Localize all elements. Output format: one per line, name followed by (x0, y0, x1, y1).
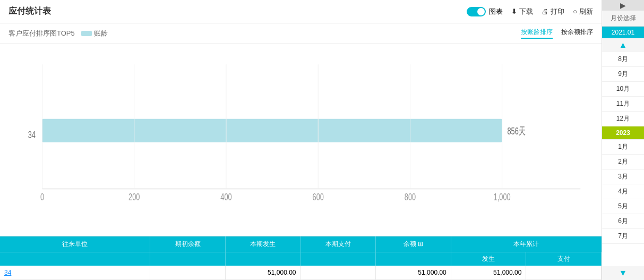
header-actions: 图表 ⬇ 下载 🖨 打印 ○ 刷新 (467, 7, 593, 16)
sidebar-header: 月份选择 (602, 11, 644, 27)
refresh-icon: ○ (573, 7, 577, 15)
page-title: 应付统计表 (8, 6, 51, 17)
month-item-9[interactable]: 9月 (602, 67, 644, 82)
svg-text:0: 0 (40, 191, 44, 202)
table-data-row: 3451,000.0051,000.0051,000.00 (0, 266, 602, 280)
chart-bar (42, 119, 502, 142)
month-item-2[interactable]: 2月 (602, 155, 644, 169)
svg-text:600: 600 (313, 191, 324, 202)
refresh-button[interactable]: ○ 刷新 (573, 7, 593, 16)
month-item-1[interactable]: 1月 (602, 140, 644, 155)
year-marker-2023[interactable]: 2023 (602, 126, 644, 140)
legend-account-label: 账龄 (94, 29, 108, 38)
svg-text:200: 200 (128, 191, 140, 202)
month-item-4[interactable]: 4月 (602, 184, 644, 199)
month-item-11[interactable]: 11月 (602, 97, 644, 112)
month-item-3[interactable]: 3月 (602, 169, 644, 184)
page-header: 应付统计表 图表 ⬇ 下载 🖨 打印 ○ 刷新 (0, 0, 602, 23)
chart-area: 客户应付排序图TOP5 账龄 按账龄排序 按余额排序 34 856天 (0, 23, 602, 280)
refresh-label: 刷新 (579, 7, 593, 16)
svg-text:400: 400 (220, 191, 231, 202)
sort-by-balance-button[interactable]: 按余额排序 (561, 28, 593, 39)
print-label: 打印 (551, 7, 564, 16)
chart-svg: 34 856天 0 200 400 600 800 1,000 (27, 49, 591, 220)
chart-label: 图表 (489, 7, 503, 16)
month-item-10[interactable]: 10月 (602, 82, 644, 97)
chart-toggle[interactable] (467, 7, 486, 16)
main-content: 应付统计表 图表 ⬇ 下载 🖨 打印 ○ 刷新 (0, 0, 602, 280)
download-icon: ⬇ (511, 7, 517, 15)
legend-account: 账龄 (81, 29, 108, 38)
chart-toggle-wrap[interactable]: 图表 (467, 7, 503, 16)
month-item-6[interactable]: 6月 (602, 214, 644, 229)
days-label: 856天 (508, 125, 526, 136)
svg-text:1,000: 1,000 (494, 191, 511, 202)
month-item-7[interactable]: 7月 (602, 229, 644, 244)
sort-buttons: 按账龄排序 按余额排序 (521, 28, 593, 39)
legend-top5-label: 客户应付排序图TOP5 (8, 29, 75, 38)
chart-legend: 客户应付排序图TOP5 账龄 (8, 29, 108, 38)
sort-by-amount-button[interactable]: 按账龄排序 (521, 28, 553, 39)
chart-body: 34 856天 0 200 400 600 800 1,000 (0, 44, 602, 236)
sidebar-month-list: 8月 9月 10月 11月 12月 2023 1月 2月 3月 4月 5月 6月… (602, 52, 644, 266)
table-section: 往来单位期初余额本期发生本期支付余额 ⊞本年累计发生支付3451,000.005… (0, 236, 602, 280)
chart-toolbar: 客户应付排序图TOP5 账龄 按账龄排序 按余额排序 (0, 23, 602, 44)
download-label: 下载 (519, 7, 533, 16)
month-item-5[interactable]: 5月 (602, 199, 644, 214)
toggle-knob (477, 8, 485, 15)
sidebar-current-date: 2021.01 (602, 27, 644, 38)
sidebar: ▶ 月份选择 2021.01 ▲ 8月 9月 10月 11月 12月 2023 … (602, 0, 644, 280)
collapse-sidebar-button[interactable]: ▶ (602, 0, 644, 11)
month-item-8[interactable]: 8月 (602, 52, 644, 67)
scroll-down-button[interactable]: ▼ (602, 266, 644, 280)
print-icon: 🖨 (542, 7, 548, 15)
download-button[interactable]: ⬇ 下载 (511, 7, 533, 16)
legend-top5: 客户应付排序图TOP5 (8, 29, 75, 38)
print-button[interactable]: 🖨 打印 (542, 7, 564, 16)
scroll-up-button[interactable]: ▲ (602, 38, 644, 52)
month-item-12[interactable]: 12月 (602, 112, 644, 126)
y-axis-label: 34 (28, 129, 36, 140)
legend-account-color (81, 31, 92, 36)
svg-text:800: 800 (405, 191, 416, 202)
collapse-icon: ▶ (620, 1, 626, 10)
